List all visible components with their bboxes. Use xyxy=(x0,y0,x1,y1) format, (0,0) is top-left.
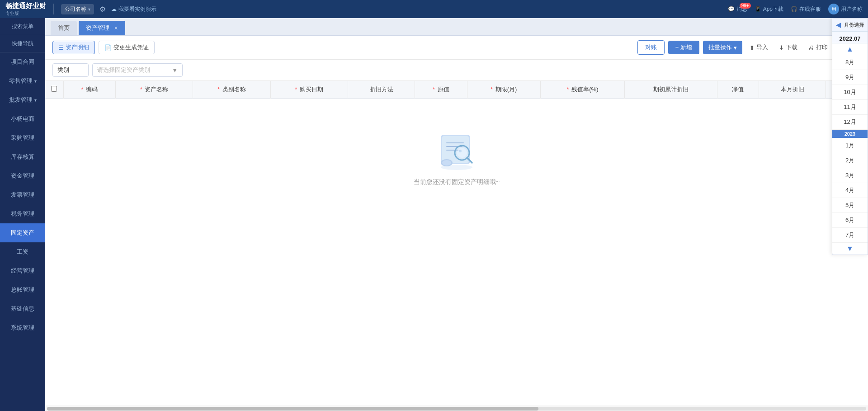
batch-ops-button[interactable]: 批量操作 ▾ xyxy=(703,41,742,54)
doc-icon: 📄 xyxy=(104,44,112,51)
month-item-7[interactable]: 7月 xyxy=(832,228,868,243)
scroll-track[interactable] xyxy=(47,407,866,411)
sidebar-item-purchase[interactable]: 采购管理 xyxy=(0,128,45,147)
category-value-select[interactable]: 请选择固定资产类别 ▼ xyxy=(92,63,183,77)
sidebar-item-payroll[interactable]: 工资 xyxy=(0,242,45,261)
sidebar-item-invoice[interactable]: 发票管理 xyxy=(0,185,45,204)
tab-bar: 首页 资产管理 ✕ xyxy=(45,18,868,36)
sidebar-label: 资金管理 xyxy=(11,172,34,180)
download-button[interactable]: ⬇ 下载 xyxy=(775,41,801,54)
month-item-4[interactable]: 4月 xyxy=(832,183,868,198)
month-year-label: 2022.07 xyxy=(832,33,868,42)
th-category-name: * 类别名称 xyxy=(193,81,270,99)
sidebar-item-operations[interactable]: 经营管理 xyxy=(0,261,45,280)
sidebar-item-ecommerce[interactable]: 小畅电商 xyxy=(0,109,45,128)
th-original-value: * 原值 xyxy=(415,81,467,99)
tab-home[interactable]: 首页 xyxy=(51,21,77,35)
scroll-thumb[interactable] xyxy=(47,407,538,411)
month-up-arrow[interactable]: ▲ xyxy=(846,45,854,53)
subtab-change-voucher[interactable]: 📄 变更生成凭证 xyxy=(99,41,155,54)
app-logo: 畅捷通好业财 专业版 xyxy=(5,2,46,17)
sidebar-item-wholesale[interactable]: 批发管理 ▾ xyxy=(0,90,45,109)
sidebar-item-finance[interactable]: 资金管理 xyxy=(0,166,45,185)
chevron-icon: ▾ xyxy=(34,98,37,103)
th-net-value: 净值 xyxy=(717,81,759,99)
month-item-10[interactable]: 10月 xyxy=(832,85,868,100)
sidebar-item-tax[interactable]: 税务管理 xyxy=(0,204,45,223)
app-subtitle: 专业版 xyxy=(5,10,46,17)
month-item-11[interactable]: 11月 xyxy=(832,100,868,115)
th-purchase-date: * 购买日期 xyxy=(270,81,348,99)
add-button[interactable]: + 新增 xyxy=(668,41,699,54)
sidebar-item-retail[interactable]: 零售管理 ▾ xyxy=(0,71,45,90)
app-title: 畅捷通好业财 xyxy=(5,2,46,10)
panel-collapse-icon[interactable]: ◀ xyxy=(836,21,841,28)
sidebar-item-ledger[interactable]: 总账管理 xyxy=(0,280,45,299)
th-checkbox xyxy=(45,81,63,99)
settings-button[interactable]: ⚙ xyxy=(98,3,108,15)
sidebar-label: 基础信息 xyxy=(11,305,34,313)
month-item-8[interactable]: 8月 xyxy=(832,55,868,70)
cloud-icon: ☁ xyxy=(111,6,117,12)
app-download-button[interactable]: 📱 App下载 xyxy=(755,5,783,13)
sidebar-item-search[interactable]: 搜索菜单 xyxy=(0,18,45,35)
top-bar-right: 💬 消息 99+ 📱 App下载 🎧 在线客服 用 用户名称 xyxy=(728,4,863,14)
sidebar-item-inventory[interactable]: 库存核算 xyxy=(0,147,45,166)
sidebar-label: 总账管理 xyxy=(11,286,34,294)
reconcile-button[interactable]: 对账 xyxy=(637,40,665,55)
month-item-9[interactable]: 9月 xyxy=(832,70,868,85)
message-icon: 💬 xyxy=(728,6,735,12)
demo-link-text: 我要看实例演示 xyxy=(118,5,156,13)
subtab-asset-detail[interactable]: ☰ 资产明细 xyxy=(52,41,95,54)
online-service-button[interactable]: 🎧 在线客服 xyxy=(791,5,821,13)
print-button[interactable]: 🖨 打印 xyxy=(805,41,831,54)
print-icon: 🖨 xyxy=(808,44,814,51)
month-item-1[interactable]: 1月 xyxy=(832,138,868,153)
th-accumulated-depreciation: 期初累计折旧 xyxy=(625,81,717,99)
headset-icon: 🎧 xyxy=(791,6,797,12)
empty-illustration xyxy=(429,126,484,171)
import-button[interactable]: ⬆ 导入 xyxy=(746,41,772,54)
month-item-3[interactable]: 3月 xyxy=(832,168,868,183)
dropdown-icon: ▼ xyxy=(172,67,178,74)
svg-point-4 xyxy=(442,160,451,165)
top-bar: 畅捷通好业财 专业版 公司名称 ▾ ⚙ ☁ 我要看实例演示 💬 消息 99+ 📱… xyxy=(0,0,868,18)
sidebar-label: 经营管理 xyxy=(11,267,34,275)
table-header-row: * 编码 * 资产名称 * 类别名称 xyxy=(45,81,868,99)
month-item-5[interactable]: 5月 xyxy=(832,198,868,213)
month-down-arrow[interactable]: ▼ xyxy=(846,245,854,253)
sidebar: 搜索菜单 快捷导航 项目合同 零售管理 ▾ 批发管理 ▾ 小畅电商 采购管理 库… xyxy=(0,18,45,411)
tab-close-icon[interactable]: ✕ xyxy=(114,25,118,31)
sidebar-label: 发票管理 xyxy=(11,191,34,199)
user-avatar[interactable]: 用 用户名称 xyxy=(828,4,863,14)
avatar: 用 xyxy=(828,4,839,14)
select-all-checkbox[interactable] xyxy=(51,86,57,92)
company-name: 公司名称 xyxy=(65,5,86,13)
category-type-select[interactable]: 类别 xyxy=(52,63,89,77)
sidebar-item-fixed-assets[interactable]: 固定资产 xyxy=(0,223,45,242)
month-panel-nav-down: ▼ xyxy=(832,243,868,255)
year-badge-2023: 2023 xyxy=(832,130,868,138)
demo-link[interactable]: ☁ 我要看实例演示 xyxy=(111,5,156,13)
message-button[interactable]: 💬 消息 99+ xyxy=(728,5,747,13)
month-panel-header: ◀ 月份选择 xyxy=(832,19,868,32)
sidebar-label: 税务管理 xyxy=(11,210,34,218)
message-badge: 99+ xyxy=(740,3,751,9)
company-selector[interactable]: 公司名称 ▾ xyxy=(61,4,94,14)
bottom-scrollbar[interactable] xyxy=(45,406,868,411)
online-service-label: 在线客服 xyxy=(799,5,821,13)
month-item-6[interactable]: 6月 xyxy=(832,213,868,228)
chevron-down-icon: ▾ xyxy=(88,7,90,12)
sidebar-item-quicknav[interactable]: 快捷导航 xyxy=(0,35,45,52)
chevron-icon: ▾ xyxy=(34,79,37,84)
divider xyxy=(53,4,54,14)
sidebar-item-system[interactable]: 系统管理 xyxy=(0,318,45,337)
download-icon: ⬇ xyxy=(779,44,784,51)
month-panel-nav: ▲ xyxy=(832,43,868,55)
month-item-12[interactable]: 12月 xyxy=(832,115,868,130)
month-panel-year-display: 2022.07 xyxy=(832,32,868,43)
tab-asset-management[interactable]: 资产管理 ✕ xyxy=(79,21,125,35)
sidebar-item-project-contract[interactable]: 项目合同 xyxy=(0,52,45,71)
sidebar-item-basic-info[interactable]: 基础信息 xyxy=(0,299,45,318)
month-item-2[interactable]: 2月 xyxy=(832,153,868,168)
